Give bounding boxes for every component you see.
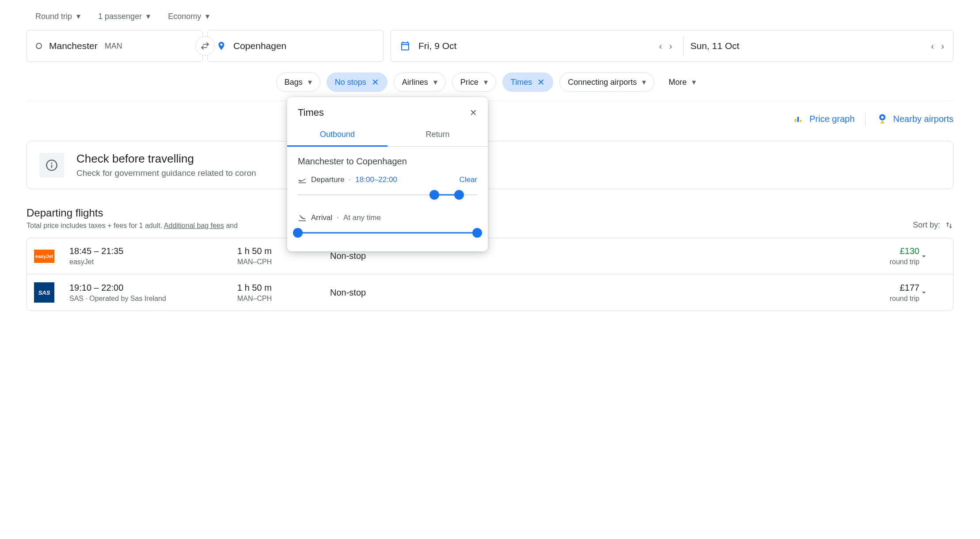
swap-icon [200,41,210,51]
flight-price: £177 [445,283,919,293]
nearby-icon [876,113,889,125]
flight-stops: Non-stop [330,288,445,298]
slider-handle-start[interactable] [429,190,439,200]
slider-handle-end[interactable] [472,228,482,238]
destination-field[interactable]: Copenhagen [207,30,384,62]
return-next-day[interactable]: › [938,38,948,54]
passenger-label: 1 passenger [98,12,142,21]
trip-type-label: Round trip [35,12,72,21]
filter-more-label: More [669,78,687,87]
slider-handle-end[interactable] [454,190,464,200]
price-graph-icon [793,113,805,125]
times-popover: Times ✕ Outbound Return Manchester to Co… [287,97,488,251]
popover-route: Manchester to Copenhagen [298,156,477,167]
airline-name: easyJet [69,258,237,266]
filter-more[interactable]: More ▾ [661,72,704,92]
departing-heading: Departing flights [27,207,238,219]
swap-button[interactable] [195,36,215,56]
departing-subtext: Total price includes taxes + fees for 1 … [27,222,238,230]
flight-stops: Non-stop [330,251,445,261]
expand-row-button[interactable] [919,288,946,297]
label-sep: · [337,213,339,222]
filter-no-stops-label: No stops [335,78,366,87]
sort-icon [945,221,953,230]
origin-icon [36,43,42,49]
filter-airlines-label: Airlines [402,78,428,87]
flight-route: MAN–CPH [237,295,330,303]
tab-return[interactable]: Return [387,124,488,146]
cabin-label: Economy [168,12,201,21]
flight-route: MAN–CPH [237,258,330,266]
filter-airlines[interactable]: Airlines ▾ [394,72,446,92]
svg-rect-4 [51,164,52,167]
flight-times: 19:10 – 22:00 [69,283,237,293]
price-note: round trip [445,295,919,303]
arrival-label: Arrival [311,213,332,222]
filter-times[interactable]: Times ✕ [502,72,553,92]
popover-title: Times [298,107,324,118]
nearby-label: Nearby airports [893,114,953,124]
chevron-down-icon: ▾ [76,11,80,21]
slider-range [298,232,477,234]
flight-row[interactable]: SAS 19:10 – 22:00 SAS · Operated by Sas … [27,274,953,311]
date-divider [683,36,684,56]
date-picker[interactable]: Fri, 9 Oct ‹ › Sun, 11 Oct ‹ › [391,30,953,62]
flight-times: 18:45 – 21:35 [69,246,237,256]
notice-title: Check before travelling [76,152,256,166]
price-graph-link[interactable]: Price graph [793,113,855,125]
filter-times-label: Times [511,78,532,87]
filter-no-stops[interactable]: No stops ✕ [327,72,387,92]
popover-close-button[interactable]: ✕ [470,107,477,118]
filter-connecting-label: Connecting airports [568,78,637,87]
return-prev-day[interactable]: ‹ [927,38,938,54]
airline-logo: SAS [34,282,54,303]
filter-connecting[interactable]: Connecting airports ▾ [559,72,654,92]
additional-bag-fees-link[interactable]: Additional bag fees [164,222,224,229]
depart-date: Fri, 9 Oct [418,41,456,51]
filter-price-label: Price [460,78,479,87]
pin-icon [217,40,226,52]
sub-prefix: Total price includes taxes + fees for 1 … [27,222,164,229]
depart-date-segment[interactable]: Fri, 9 Oct ‹ › [418,38,676,54]
airline-name: SAS · Operated by Sas Ireland [69,295,237,303]
sort-by-label: Sort by: [913,220,940,230]
origin-code: MAN [105,42,122,51]
sub-suffix: and [224,222,238,229]
travel-notice[interactable]: Check before travelling Check for govern… [27,141,953,189]
svg-point-3 [51,162,52,163]
close-icon[interactable]: ✕ [537,77,545,87]
return-date-segment[interactable]: Sun, 11 Oct ‹ › [691,38,948,54]
return-date: Sun, 11 Oct [691,41,740,51]
close-icon[interactable]: ✕ [372,77,379,87]
cabin-selector[interactable]: Economy ▾ [168,11,209,21]
results-list: easyJet 18:45 – 21:35 easyJet 1 h 50 m M… [27,238,953,311]
chevron-down-icon: ▾ [308,77,312,87]
destination-city: Copenhagen [233,41,286,51]
trip-type-selector[interactable]: Round trip ▾ [35,11,80,21]
clear-departure-button[interactable]: Clear [459,175,477,184]
departure-slider[interactable] [298,191,477,198]
filter-bags-label: Bags [285,78,303,87]
depart-next-day[interactable]: › [666,38,676,54]
flight-duration: 1 h 50 m [237,283,330,293]
expand-row-button[interactable] [919,252,946,261]
arrival-slider[interactable] [298,229,477,236]
label-sep: · [349,175,351,184]
filter-price[interactable]: Price ▾ [452,72,496,92]
origin-city: Manchester [49,41,98,51]
filter-bags[interactable]: Bags ▾ [276,72,320,92]
sort-by-toggle[interactable]: Sort by: [913,220,953,230]
slider-handle-start[interactable] [293,228,303,238]
chevron-down-icon: ▾ [205,11,209,21]
takeoff-icon [298,175,307,184]
landing-icon [298,213,307,222]
depart-prev-day[interactable]: ‹ [656,38,666,54]
price-graph-label: Price graph [809,114,855,124]
origin-destination-group: Manchester MAN Copenhagen [27,30,384,62]
origin-field[interactable]: Manchester MAN [27,30,203,62]
nearby-airports-link[interactable]: Nearby airports [876,113,953,125]
passenger-selector[interactable]: 1 passenger ▾ [98,11,150,21]
price-note: round trip [445,258,919,266]
tab-outbound[interactable]: Outbound [287,124,387,147]
flight-row[interactable]: easyJet 18:45 – 21:35 easyJet 1 h 50 m M… [27,238,953,274]
